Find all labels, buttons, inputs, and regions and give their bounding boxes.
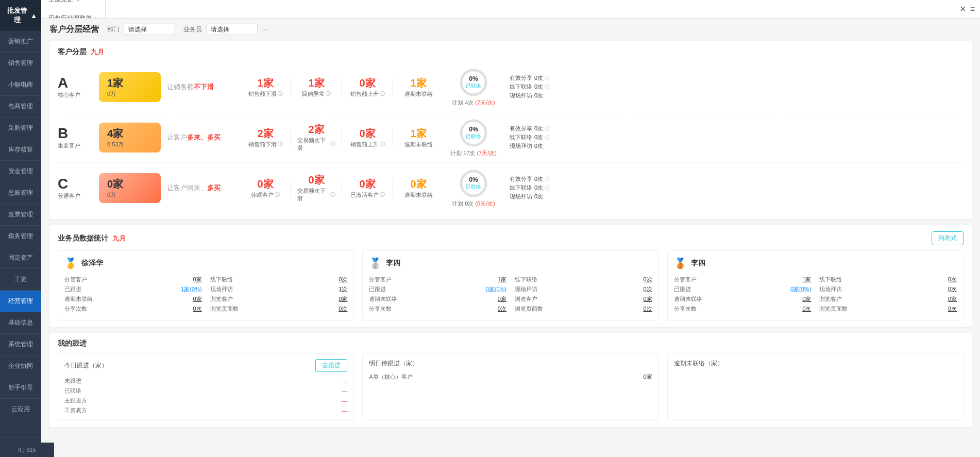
tier-count-B[interactable]: 4家 0.53万 [99,123,161,153]
staff-stat-val-right-1-0: 0次 [644,276,652,283]
list-view-button[interactable]: 列表式 [932,231,964,245]
sidebar-item-1[interactable]: 销售管理 [0,53,41,74]
staff-stat-right-2-3: 浏览页面数 0次 [819,304,957,314]
sidebar-item-4[interactable]: 采购管理 [0,117,41,139]
tier-aside-label-C-2: 现场拜访 [510,193,532,200]
sidebar-item-6[interactable]: 资金管理 [0,161,41,182]
sidebar-header[interactable]: 批发管理 ▲ [0,0,41,31]
staff-section-actions: 列表式 [932,231,964,245]
info-icon[interactable]: ⓘ [380,191,385,198]
tier-count-C[interactable]: 0家 0万 [99,173,161,203]
sidebar-item-5[interactable]: 库存核算 [0,139,41,161]
info-icon[interactable]: ⓘ [330,141,335,148]
staff-stat-val-left-0-1[interactable]: 1家(0%) [181,285,201,293]
staff-stat-val-right-2-1: 0次 [948,285,957,293]
staff-stat-right-1-1: 现场拜访 0次 [515,284,652,294]
sidebar-item-8[interactable]: 发票管理 [0,204,41,226]
tier-aside-info-B-0[interactable]: ⓘ [545,125,550,132]
staff-stat-right-0-2: 浏览客户 0家 [210,294,348,304]
tier-aside-info-A-0[interactable]: ⓘ [545,75,550,82]
tier-stat-num-A-2: 0家 [359,76,375,90]
dept-filter: 部门 请选择 [107,24,175,35]
follow-row-val-0-1: — [342,388,347,394]
staff-stat-right-0-1: 现场拜访 1次 [210,284,348,294]
sidebar-item-16[interactable]: 新手引导 [0,377,41,399]
tier-aside-num-C-0: 0次 [534,175,543,183]
filter-more-icon[interactable]: ··· [262,25,268,33]
tier-count-A[interactable]: 1家 0万 [99,72,161,102]
sidebar-item-3[interactable]: 电商管理 [0,96,41,117]
sidebar-item-9[interactable]: 税务管理 [0,226,41,247]
staff-stats-right-1: 线下联络 0次 现场拜访 0次 浏览客户 0家 浏览页面数 0次 [515,275,652,314]
tier-stat-A-1: 1家 回购异常ⓘ [293,76,340,98]
tier-aside-info-C-0[interactable]: ⓘ [545,176,550,183]
sidebar-item-15[interactable]: 企业协同 [0,356,41,377]
staff-stat-label-right-1-1: 现场拜访 [515,285,537,293]
tier-aside-info-A-1[interactable]: ⓘ [545,83,550,91]
sidebar-item-14[interactable]: 系统管理 [0,334,41,356]
info-icon[interactable]: ⓘ [326,90,331,97]
sidebar-item-0[interactable]: 营销推广 [0,31,41,53]
tier-stat-C-1: 0家 交易频次下滑ⓘ [293,173,340,202]
dept-select[interactable]: 请选择 [124,24,175,35]
tier-row-C: C 普通客户 0家 0万 让客户回来、多买 0家 休眠客户ⓘ 0家 交易频次下滑… [58,163,964,213]
staff-stat-val-left-2-1[interactable]: 0家(0%) [790,285,811,293]
sidebar-item-17[interactable]: 云应用 [0,399,41,420]
tier-stat-C-2: 0家 已激活客户ⓘ [344,177,391,199]
circle-plan-link-A[interactable]: (7天/次) [475,99,495,106]
tab-5[interactable]: 应收应付调整单× [41,9,106,19]
info-icon[interactable]: ⓘ [380,141,385,148]
tabbar-close-all[interactable]: ✕ [959,4,966,14]
tier-aside-item-A-0: 有效分享 0次 ⓘ [510,74,550,82]
content-area: 客户分层经营 部门 请选择 业务员 请选择 ··· 客户分层 九月 [41,19,980,457]
tier-stat-label-C-1: 交易频次下滑ⓘ [297,187,335,202]
customer-section: 客户分层 九月 A 核心客户 1家 0万 让销售额不下滑 1家 销售额下滑ⓘ 1… [49,41,972,219]
sidebar-item-2[interactable]: 小畅电商 [0,74,41,96]
tier-slogan-C: 让客户回来、多买 [167,183,234,193]
circle-plan-link-B[interactable]: (7天/次) [477,150,497,156]
sidebar-item-11[interactable]: 工资 [0,269,41,291]
staff-stat-left-1-1: 已跟进 0家(0%) [369,284,506,294]
info-icon[interactable]: ⓘ [278,90,283,97]
tier-stat-B-1: 2家 交易频次下滑ⓘ [293,123,340,152]
tier-aside-label-B-0: 有效分享 [510,125,532,132]
tabbar-menu[interactable]: ≡ [970,5,975,14]
info-icon[interactable]: ⓘ [380,90,385,97]
follow-row-val-1-0: 0家 [644,373,652,381]
follow-row-0-1: 已联络 — [64,386,347,396]
sidebar-item-7[interactable]: 总账管理 [0,182,41,204]
staff-stat-val-left-1-2: 0家 [498,295,506,303]
tabbar: 首页门店商品目录×销货单×店铺管理×生成凭证×应收应付调整单×工资表×工资统计报… [41,0,980,19]
sidebar-toggle-icon[interactable]: ▲ [30,12,37,20]
staff-stat-val-left-1-1[interactable]: 0家(0%) [486,285,506,293]
staff-stat-val-right-1-1: 0次 [644,285,652,293]
tier-aside-label-A-2: 现场拜访 [510,92,532,99]
staff-stat-left-1-2: 逾期未联络 0家 [369,294,506,304]
sidebar-item-13[interactable]: 基础信息 [0,312,41,334]
circle-text-A: 0% 已联络 [466,75,481,90]
follow-block-2: 逾期未联络（家） [667,353,964,421]
sidebar-item-12[interactable]: 经营管理 [0,291,41,312]
sidebar-item-10[interactable]: 固定资产 [0,247,41,269]
tier-aside-num-B-2: 0次 [534,142,543,150]
info-icon[interactable]: ⓘ [278,141,283,148]
tier-aside-C: 有效分享 0次 ⓘ 线下联络 0次 ⓘ 现场拜访 0次 [510,175,550,200]
follow-row-label-0-3: 工资表方 [64,407,87,414]
tier-name-A: 核心客户 [58,91,99,99]
tier-aside-info-C-1[interactable]: ⓘ [545,184,550,192]
tier-aside-info-B-1[interactable]: ⓘ [545,134,550,141]
staff-select[interactable]: 请选择 [206,24,258,35]
circle-plan-link-C[interactable]: (0天/次) [475,200,495,207]
tier-stat-num-A-3: 1家 [410,76,426,90]
tabbar-actions: ✕ ≡ [954,4,980,14]
staff-stats-2: 分管客户 1家 已跟进 0家(0%) 逾期未联络 0家 分享次数 0次 线下联络… [674,275,957,314]
follow-btn-0[interactable]: 去跟进 [315,359,347,372]
staff-section-month: 九月 [112,234,126,243]
staff-section: 业务员数据统计 九月 列表式 🥇 徐泽华 分管客户 0家 已跟进 1家(0%) [49,225,972,327]
tab-4[interactable]: 生成凭证× [41,0,106,9]
tab-close-4[interactable]: × [76,0,79,3]
info-icon[interactable]: ⓘ [275,191,280,198]
staff-card-1: 🥈 李四 分管客户 1家 已跟进 0家(0%) 逾期未联络 0家 分享次数 0次 [362,250,658,320]
tier-aside-item-B-2: 现场拜访 0次 [510,142,550,150]
info-icon[interactable]: ⓘ [330,191,335,198]
